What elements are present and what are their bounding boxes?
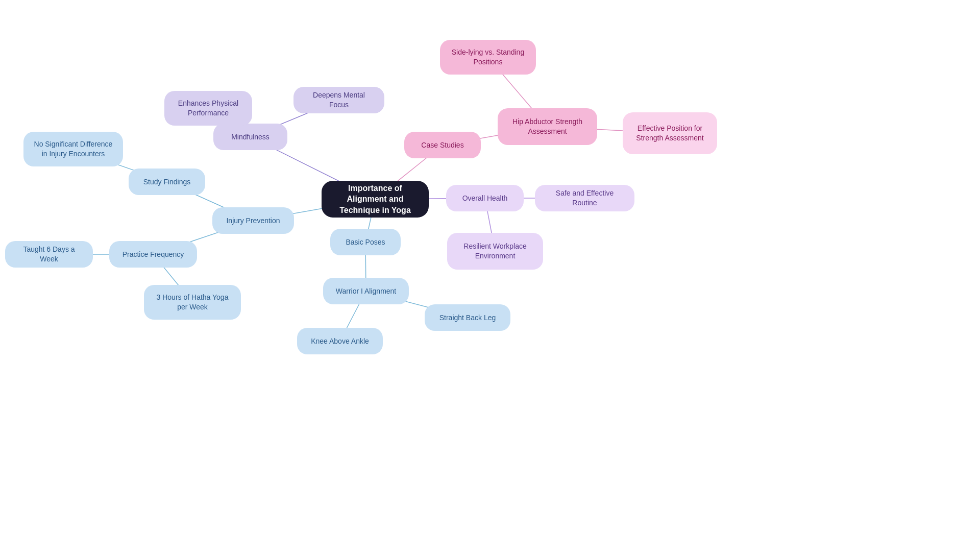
node-basic-poses: Basic Poses <box>330 229 401 255</box>
node-deepens-mental: Deepens Mental Focus <box>293 87 384 113</box>
node-resilient: Resilient Workplace Environment <box>447 233 543 270</box>
node-injury-prevention: Injury Prevention <box>212 207 294 234</box>
node-mindfulness: Mindfulness <box>213 124 287 150</box>
node-no-significant: No Significant Difference in Injury Enco… <box>23 132 123 166</box>
mindmap-connections <box>0 0 980 553</box>
node-knee-above-ankle: Knee Above Ankle <box>297 328 383 354</box>
node-warrior: Warrior I Alignment <box>323 278 409 304</box>
node-hip-abductor: Hip Abductor Strength Assessment <box>498 108 597 145</box>
node-taught-6-days: Taught 6 Days a Week <box>5 241 93 268</box>
node-study-findings: Study Findings <box>129 169 205 195</box>
node-practice-frequency: Practice Frequency <box>109 241 197 268</box>
node-case-studies: Case Studies <box>404 132 481 158</box>
node-enhances-physical: Enhances Physical Performance <box>164 91 252 126</box>
node-center: Importance of Alignment and Technique in… <box>322 181 429 218</box>
node-side-lying: Side-lying vs. Standing Positions <box>440 40 536 75</box>
node-safe-routine: Safe and Effective Routine <box>535 185 634 211</box>
node-effective-position: Effective Position for Strength Assessme… <box>623 112 717 154</box>
node-straight-back-leg: Straight Back Leg <box>425 304 510 331</box>
node-3-hours: 3 Hours of Hatha Yoga per Week <box>144 285 241 320</box>
node-overall-health: Overall Health <box>446 185 524 211</box>
